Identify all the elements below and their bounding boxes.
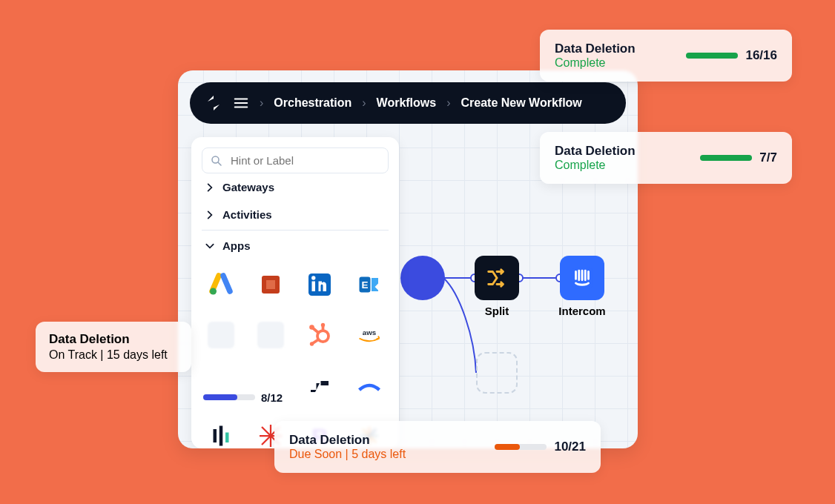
- status-count: 16/16: [745, 48, 777, 63]
- google-ads-icon: [208, 271, 234, 298]
- status-title: Data Deletion: [555, 144, 636, 159]
- app-exchange[interactable]: E: [350, 265, 389, 304]
- exchange-icon: [257, 271, 284, 298]
- intercom-node[interactable]: [560, 256, 604, 300]
- split-node-label: Split: [475, 305, 519, 317]
- svg-point-8: [210, 288, 217, 295]
- app-google-ads[interactable]: [202, 265, 240, 304]
- section-apps[interactable]: Apps: [202, 232, 389, 259]
- svg-point-13: [311, 276, 315, 279]
- chevron-right-icon: [205, 182, 215, 193]
- chevron-down-icon: [205, 241, 215, 251]
- status-title: Data Deletion: [289, 433, 406, 448]
- empty-drop-target[interactable]: [476, 352, 518, 394]
- search-input[interactable]: [229, 153, 380, 168]
- status-subtitle: Complete: [555, 56, 636, 70]
- status-card-due: Data Deletion Due Soon | 5 days left 10/…: [274, 421, 601, 473]
- start-node[interactable]: [400, 256, 445, 300]
- sidebar-progress: 8/12: [202, 390, 290, 405]
- intercom-icon: [570, 265, 595, 291]
- section-activities[interactable]: Activities: [202, 201, 389, 228]
- status-count: 10/21: [554, 440, 586, 454]
- app-faded[interactable]: [202, 316, 240, 354]
- svg-rect-24: [321, 381, 329, 385]
- exchange-blue-icon: E: [356, 271, 383, 298]
- split-node[interactable]: [475, 256, 519, 300]
- section-gateways[interactable]: Gateways: [202, 173, 389, 201]
- app-generic-3[interactable]: [202, 417, 240, 448]
- svg-point-6: [212, 156, 219, 163]
- search-input-wrapper[interactable]: [202, 147, 389, 173]
- search-icon: [210, 154, 223, 168]
- bars-icon: [208, 422, 234, 448]
- generic-app-icon: [257, 322, 284, 348]
- generic-app-icon: [208, 322, 234, 348]
- svg-point-20: [310, 342, 314, 345]
- svg-point-16: [317, 331, 329, 342]
- svg-rect-25: [214, 429, 217, 442]
- app-window: › Orchestration › Workflows › Create New…: [178, 70, 638, 448]
- app-icon: [356, 372, 383, 399]
- status-subtitle: On Track | 15 days left: [49, 348, 168, 362]
- section-label: Apps: [222, 239, 251, 252]
- divider: [202, 230, 389, 231]
- status-subtitle: Due Soon | 5 days left: [289, 448, 406, 461]
- svg-rect-12: [312, 282, 316, 292]
- section-label: Gateways: [222, 181, 274, 193]
- progress-count: 8/12: [261, 391, 283, 404]
- status-card-complete-1: Data Deletion Complete 16/16: [540, 30, 792, 82]
- app-faded[interactable]: [251, 316, 290, 354]
- intercom-node-label: Intercom: [549, 305, 615, 317]
- linkedin-icon: [306, 271, 333, 298]
- app-hubspot[interactable]: [300, 316, 339, 354]
- svg-text:E: E: [361, 279, 368, 291]
- status-card-complete-2: Data Deletion Complete 7/7: [540, 132, 792, 184]
- status-subtitle: Complete: [555, 159, 636, 172]
- app-exchange-red[interactable]: [251, 265, 290, 304]
- status-title: Data Deletion: [555, 42, 636, 56]
- status-title: Data Deletion: [49, 332, 130, 347]
- split-icon: [484, 265, 509, 291]
- svg-rect-27: [225, 433, 229, 443]
- svg-point-18: [321, 323, 325, 327]
- app-icon: [306, 372, 333, 399]
- status-count: 7/7: [759, 150, 777, 165]
- svg-rect-10: [266, 280, 275, 289]
- app-linkedin[interactable]: [300, 265, 339, 304]
- app-generic-2[interactable]: [350, 366, 389, 405]
- hubspot-icon: [306, 322, 333, 348]
- chevron-right-icon: [205, 210, 215, 220]
- sidebar-panel: Gateways Activities Apps: [191, 137, 399, 448]
- svg-text:aws: aws: [363, 328, 377, 336]
- app-aws[interactable]: aws: [350, 316, 389, 354]
- svg-line-7: [218, 162, 221, 165]
- section-label: Activities: [222, 208, 272, 221]
- status-card-ontrack: Data Deletion On Track | 15 days left: [36, 322, 191, 372]
- svg-point-22: [310, 325, 315, 330]
- svg-rect-26: [220, 426, 223, 446]
- aws-icon: aws: [356, 322, 383, 348]
- app-generic-1[interactable]: [300, 366, 339, 405]
